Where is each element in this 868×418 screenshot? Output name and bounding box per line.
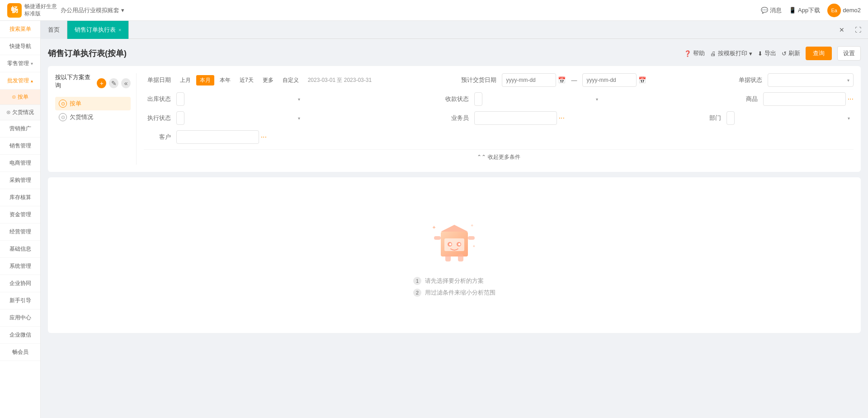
settings-button[interactable]: 设置 — [837, 46, 861, 61]
export-button[interactable]: ⬇ 导出 — [758, 49, 776, 57]
department-chevron-icon — [848, 116, 850, 121]
filter-left-actions: 按以下方案查询 + ✎ « — [55, 73, 131, 93]
svg-point-5 — [458, 243, 461, 246]
calendar-start-icon[interactable]: 📅 — [558, 76, 566, 84]
tab-close-button[interactable]: ✕ — [835, 24, 848, 36]
date-tab-more[interactable]: 更多 — [259, 75, 277, 86]
goods-input-wrapper: ··· — [763, 92, 854, 106]
sidebar-sub-item-scheme[interactable]: ⊙ 按单 — [0, 90, 40, 105]
tab-sales-order[interactable]: 销售订单执行表 × — [67, 21, 129, 39]
sidebar-item-ecom[interactable]: 电商管理 — [0, 155, 40, 172]
edit-scheme-button[interactable]: ✎ — [109, 78, 118, 88]
expected-date-end[interactable] — [582, 73, 637, 87]
date-tab-this-year[interactable]: 本年 — [216, 75, 234, 86]
sidebar-search[interactable]: 搜索菜单 — [0, 21, 40, 38]
scheme-item-by-debt[interactable]: ⊙ 欠货情况 — [55, 110, 131, 124]
sidebar-item-member[interactable]: 畅会员 — [0, 344, 40, 361]
tab-maximize-button[interactable]: ⛶ — [852, 24, 864, 36]
print-icon: 🖨 — [710, 50, 716, 57]
department-wrapper — [726, 111, 854, 125]
sidebar-item-newuser[interactable]: 新手引导 — [0, 292, 40, 309]
logo-icon: 畅 — [7, 3, 22, 18]
sidebar-item-basic[interactable]: 基础信息 — [0, 241, 40, 258]
execution-status-wrapper — [176, 111, 304, 125]
search-button[interactable]: 查询 — [806, 47, 832, 60]
sidebar-item-marketing[interactable]: 营销推广 — [0, 120, 40, 138]
date-tab-custom[interactable]: 自定义 — [279, 75, 302, 86]
scheme-order-icon: ⊙ — [59, 100, 67, 108]
customer-input[interactable] — [176, 130, 259, 144]
page-actions: ❓ 帮助 🖨 按模板打印 ▾ ⬇ 导出 ↺ 刷新 查询 设置 — [684, 46, 861, 61]
goods-dots-button[interactable]: ··· — [848, 95, 854, 103]
svg-text:✦: ✦ — [470, 223, 474, 228]
tabs-bar: 首页 销售订单执行表 × ✕ ⛶ — [41, 21, 868, 39]
customer-dots-button[interactable]: ··· — [261, 133, 267, 141]
goods-input[interactable] — [763, 92, 846, 106]
sidebar-item-system[interactable]: 系统管理 — [0, 258, 40, 275]
salesman-input[interactable] — [474, 111, 557, 125]
sidebar-item-sales[interactable]: 销售管理 — [0, 138, 40, 155]
department-select[interactable] — [726, 111, 735, 125]
delivery-status-select[interactable] — [176, 92, 184, 106]
app-download-button[interactable]: 📱 App下载 — [789, 6, 820, 14]
svg-rect-6 — [434, 236, 441, 240]
collection-status-wrapper — [474, 92, 602, 106]
sidebar-item-operation[interactable]: 经营管理 — [0, 223, 40, 241]
top-bar: 畅 畅捷通好生意 标准版 办公用品行业模拟账套 ▾ 💬 消息 📱 App下载 E… — [0, 0, 868, 21]
collapse-bar[interactable]: ⌃⌃ 收起更多条件 — [144, 149, 854, 165]
add-scheme-button[interactable]: + — [97, 78, 106, 88]
collapse-icon: ⌃⌃ — [477, 154, 487, 160]
tab-close-icon[interactable]: × — [118, 27, 121, 33]
tab-home[interactable]: 首页 — [41, 21, 67, 39]
message-button[interactable]: 💬 消息 — [761, 6, 782, 14]
sidebar-sub-item-debt[interactable]: ⊙ 欠货情况 — [0, 105, 40, 120]
date-tab-last-month[interactable]: 上月 — [176, 75, 194, 86]
date-tab-this-month[interactable]: 本月 — [196, 75, 214, 86]
calendar-end-icon[interactable]: 📅 — [638, 76, 646, 84]
page-header: 销售订单执行表(按单) ❓ 帮助 🖨 按模板打印 ▾ ⬇ 导出 ↺ 刷新 — [48, 46, 861, 61]
svg-rect-7 — [468, 236, 475, 240]
refresh-button[interactable]: ↺ 刷新 — [782, 49, 800, 57]
main-wrapper: 首页 销售订单执行表 × ✕ ⛶ 销售订单执行表(按单) ❓ 帮助 🖨 按模板打… — [41, 21, 868, 418]
expected-date-start[interactable] — [502, 73, 556, 87]
svg-rect-8 — [445, 254, 451, 261]
sidebar: 搜索菜单 快捷导航 零售管理 ▾ 批发管理 ▴ ⊙ 按单 ⊙ 欠货情况 营销推广… — [0, 21, 41, 418]
print-dropdown-icon: ▾ — [749, 50, 752, 57]
svg-text:✦: ✦ — [432, 224, 436, 231]
sidebar-item-enterprise[interactable]: 企业协同 — [0, 275, 40, 292]
sidebar-item-inventory[interactable]: 库存核算 — [0, 189, 40, 206]
collection-status-select[interactable] — [474, 92, 482, 106]
scheme-item-by-order[interactable]: ⊙ 按单 — [55, 97, 131, 110]
date-tab-last7[interactable]: 近7天 — [236, 75, 257, 86]
sidebar-item-quick-nav[interactable]: 快捷导航 — [0, 38, 40, 55]
help-icon: ❓ — [684, 50, 691, 57]
download-icon: 📱 — [789, 7, 796, 14]
filter-panel: 按以下方案查询 + ✎ « ⊙ 按单 ⊙ 欠货情况 — [48, 66, 861, 172]
status-chevron-icon — [847, 78, 849, 83]
execution-status-select[interactable] — [176, 111, 184, 125]
sidebar-item-purchase[interactable]: 采购管理 — [0, 172, 40, 189]
sidebar-item-wholesale[interactable]: 批发管理 ▴ — [0, 72, 40, 90]
sidebar-item-wechat[interactable]: 企业微信 — [0, 327, 40, 344]
filter-row-3: 执行状态 业务员 ··· 部门 — [144, 111, 854, 125]
help-button[interactable]: ❓ 帮助 — [684, 49, 705, 57]
print-button[interactable]: 🖨 按模板打印 ▾ — [710, 49, 752, 57]
status-select[interactable] — [768, 73, 854, 87]
avatar: Ea — [827, 4, 841, 17]
date-label: 单据日期 — [144, 76, 171, 84]
sidebar-item-retail[interactable]: 零售管理 ▾ — [0, 55, 40, 72]
sidebar-item-finance[interactable]: 资金管理 — [0, 206, 40, 223]
filter-layout: 按以下方案查询 + ✎ « ⊙ 按单 ⊙ 欠货情况 — [55, 73, 854, 165]
collapse-left-button[interactable]: « — [121, 78, 131, 88]
filter-right: 单据日期 上月 本月 本年 近7天 更多 自定义 2023-03-01 至 20… — [137, 73, 854, 165]
expected-date-start-wrapper: 📅 — [502, 73, 566, 87]
top-bar-right: 💬 消息 📱 App下载 Ea demo2 — [761, 4, 861, 17]
tip-num-2: 2 — [413, 289, 421, 297]
salesman-label: 业务员 — [442, 114, 469, 122]
delivery-chevron-icon — [298, 97, 300, 102]
salesman-input-wrapper: ··· — [474, 111, 565, 125]
breadcrumb[interactable]: 办公用品行业模拟账套 ▾ — [61, 6, 124, 14]
user-profile[interactable]: Ea demo2 — [827, 4, 861, 17]
sidebar-item-apps[interactable]: 应用中心 — [0, 309, 40, 327]
salesman-dots-button[interactable]: ··· — [559, 114, 565, 122]
